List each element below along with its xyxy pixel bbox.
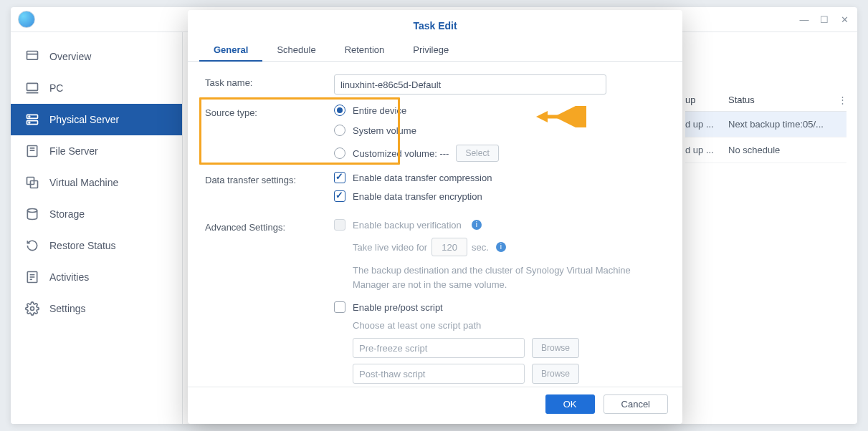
- pre-freeze-script-input: Pre-freeze script: [353, 338, 525, 358]
- checkbox-backup-verification: [334, 219, 345, 231]
- select-volume-button[interactable]: Select: [456, 145, 498, 162]
- table-row[interactable]: d up ... Next backup time:05/...: [685, 112, 846, 137]
- radio-label: Customized volume: ---: [353, 148, 449, 159]
- maximize-icon[interactable]: ☐: [819, 14, 830, 25]
- sidebar-item-file-server[interactable]: File Server: [11, 135, 182, 167]
- tab-general[interactable]: General: [199, 39, 262, 61]
- task-name-input[interactable]: [334, 74, 606, 95]
- svg-point-7: [29, 122, 30, 123]
- cell-backup: d up ...: [685, 119, 728, 130]
- column-backup[interactable]: up: [685, 95, 728, 105]
- minimize-icon[interactable]: —: [798, 14, 810, 25]
- vm-icon: [25, 175, 39, 190]
- svg-point-18: [31, 307, 34, 311]
- modal-body: Task name: Source type: Entire device Sy…: [188, 62, 682, 387]
- radio-system-volume[interactable]: [334, 125, 345, 136]
- server-icon: [25, 112, 39, 127]
- pc-icon: [25, 81, 39, 95]
- sidebar-item-physical-server[interactable]: Physical Server: [11, 104, 182, 135]
- storage-icon: [25, 207, 39, 221]
- tab-privilege[interactable]: Privilege: [399, 39, 463, 61]
- sidebar-item-label: Restore Status: [49, 240, 116, 251]
- sidebar-item-pc[interactable]: PC: [11, 72, 182, 104]
- tab-retention[interactable]: Retention: [330, 39, 399, 61]
- sidebar-item-label: PC: [49, 82, 63, 94]
- live-video-seconds-input: [431, 238, 467, 256]
- task-edit-modal: Task Edit General Schedule Retention Pri…: [188, 10, 682, 424]
- live-video-prefix: Take live video for: [353, 242, 427, 253]
- app-logo-icon: [18, 11, 35, 28]
- close-icon[interactable]: ✕: [839, 14, 850, 25]
- svg-rect-0: [27, 52, 38, 60]
- cell-backup: d up ...: [685, 145, 728, 155]
- sidebar-item-label: Virtual Machine: [49, 177, 118, 188]
- checkbox-pre-post-script[interactable]: [334, 301, 345, 313]
- source-type-label: Source type:: [205, 105, 334, 162]
- checkbox-label: Enable pre/post script: [353, 302, 443, 313]
- gear-icon: [25, 301, 39, 316]
- radio-entire-device[interactable]: [334, 105, 345, 116]
- sidebar: Overview PC Physical Server File Server: [11, 32, 183, 424]
- svg-point-13: [27, 209, 37, 213]
- checkbox-label: Enable backup verification: [353, 220, 462, 231]
- browse-pre-freeze-button: Browse: [532, 338, 579, 358]
- file-server-icon: [25, 144, 39, 158]
- sidebar-item-restore-status[interactable]: Restore Status: [11, 230, 182, 261]
- radio-label: System volume: [353, 125, 416, 136]
- info-icon[interactable]: i: [496, 242, 506, 252]
- cell-status: Next backup time:05/...: [728, 119, 846, 130]
- sidebar-item-label: File Server: [49, 145, 98, 157]
- cancel-button[interactable]: Cancel: [604, 394, 668, 414]
- table-header: up Status ⋮: [685, 89, 846, 112]
- task-name-label: Task name:: [205, 74, 334, 95]
- sidebar-item-activities[interactable]: Activities: [11, 261, 182, 293]
- destination-note: The backup destination and the cluster o…: [353, 263, 654, 291]
- post-thaw-script-input: Post-thaw script: [353, 364, 525, 384]
- checkbox-label: Enable data transfer encryption: [353, 191, 482, 202]
- data-transfer-label: Data transfer settings:: [205, 172, 334, 209]
- sidebar-item-label: Overview: [49, 51, 91, 62]
- svg-point-6: [29, 116, 30, 117]
- modal-title: Task Edit: [188, 10, 682, 39]
- sidebar-item-label: Settings: [49, 303, 86, 314]
- sidebar-item-label: Physical Server: [49, 114, 119, 125]
- sidebar-item-virtual-machine[interactable]: Virtual Machine: [11, 167, 182, 198]
- script-hint: Choose at least one script path: [353, 320, 665, 331]
- sidebar-item-label: Activities: [49, 271, 89, 283]
- radio-customized-volume[interactable]: [334, 147, 345, 159]
- task-table: up Status ⋮ d up ... Next backup time:05…: [685, 89, 846, 163]
- overview-icon: [25, 49, 39, 64]
- sidebar-item-settings[interactable]: Settings: [11, 293, 182, 324]
- cell-status: No schedule: [728, 145, 846, 155]
- column-menu-icon[interactable]: ⋮: [838, 95, 846, 105]
- table-row[interactable]: d up ... No schedule: [685, 137, 846, 163]
- modal-footer: OK Cancel: [188, 387, 682, 424]
- checkbox-label: Enable data transfer compression: [353, 173, 492, 183]
- sidebar-item-label: Storage: [49, 208, 85, 220]
- checkbox-encryption[interactable]: [334, 190, 345, 202]
- browse-post-thaw-button: Browse: [532, 364, 579, 384]
- sidebar-item-storage[interactable]: Storage: [11, 198, 182, 230]
- advanced-settings-label: Advanced Settings:: [205, 219, 334, 387]
- sidebar-item-overview[interactable]: Overview: [11, 41, 182, 72]
- tab-schedule[interactable]: Schedule: [262, 39, 330, 61]
- svg-rect-2: [27, 83, 38, 90]
- restore-icon: [25, 238, 39, 253]
- live-video-suffix: sec.: [472, 242, 489, 253]
- ok-button[interactable]: OK: [545, 394, 595, 414]
- radio-label: Entire device: [353, 105, 406, 116]
- checkbox-compression[interactable]: [334, 172, 345, 183]
- info-icon[interactable]: i: [472, 220, 482, 230]
- column-status[interactable]: Status: [728, 95, 838, 105]
- tabs: General Schedule Retention Privilege: [188, 39, 682, 62]
- activities-icon: [25, 270, 39, 284]
